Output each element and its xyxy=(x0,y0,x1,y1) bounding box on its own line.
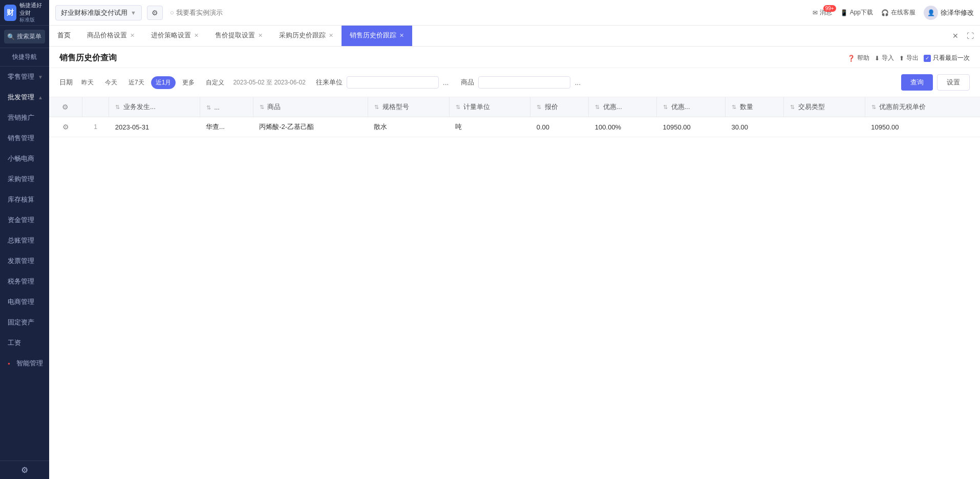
tab-home[interactable]: 首页 xyxy=(49,26,79,46)
sidebar-item-wholesale[interactable]: 批发管理 ▲ xyxy=(0,87,49,107)
sidebar-item-sales-mgmt[interactable]: 销售管理 xyxy=(0,128,49,148)
sidebar-item-smart-mgmt[interactable]: 智能管理 xyxy=(0,353,49,374)
row-unit: 吨 xyxy=(449,117,530,137)
date-options: 昨天 今天 近7天 近1月 更多 自定义 xyxy=(77,76,229,89)
date-yesterday-button[interactable]: 昨天 xyxy=(77,76,98,89)
sidebar-item-inventory[interactable]: 库存核算 xyxy=(0,189,49,210)
table-col-trade-type[interactable]: ⇅ 交易类型 xyxy=(784,97,865,117)
row-gear-cell: ⚙ xyxy=(49,117,82,137)
tab-sale-price-extract[interactable]: 售价提取设置 ✕ xyxy=(207,26,271,46)
date-last1m-button[interactable]: 近1月 xyxy=(151,76,176,89)
table-col-discount-amt[interactable]: ⇅ 优惠... xyxy=(657,97,726,117)
row-gear-button[interactable]: ⚙ xyxy=(62,123,69,131)
sort-icon: ⇅ xyxy=(732,104,736,110)
page-header: 销售历史价查询 ❓ 帮助 ⬇ 导入 ⬆ 导出 ✓ 只 xyxy=(49,47,980,68)
row-extra: 华查... xyxy=(200,117,253,137)
table-col-spec[interactable]: ⇅ 规格型号 xyxy=(368,97,449,117)
headset-icon: 🎧 xyxy=(881,9,889,16)
tab-close-icon[interactable]: ✕ xyxy=(399,32,404,39)
product-dots-button[interactable]: ... xyxy=(572,77,583,88)
row-discount-pct: 100.00% xyxy=(589,117,657,137)
tab-close-icon[interactable]: ✕ xyxy=(130,32,135,39)
dropdown-arrow-icon: ▼ xyxy=(131,10,136,16)
sort-icon: ⇅ xyxy=(115,104,120,110)
sidebar-logo: 财 畅捷通好业财 标准版 xyxy=(0,0,49,26)
topbar-settings-button[interactable]: ⚙ xyxy=(147,6,163,20)
module-select[interactable]: 好业财标准版交付试用 ▼ xyxy=(55,5,142,20)
tab-close-icon[interactable]: ✕ xyxy=(329,32,333,39)
sidebar-item-retail[interactable]: 零售管理 ▼ xyxy=(0,67,49,87)
help-icon: ❓ xyxy=(847,55,855,62)
sidebar-item-ecom-lite[interactable]: 小畅电商 xyxy=(0,148,49,169)
sidebar-item-finance[interactable]: 资金管理 xyxy=(0,210,49,230)
customer-input[interactable] xyxy=(347,76,439,89)
sort-icon: ⇅ xyxy=(871,104,876,110)
sidebar: 财 畅捷通好业财 标准版 🔍 搜索菜单 快捷导航 零售管理 ▼ 批发管理 ▲ 营… xyxy=(0,0,49,479)
tab-product-price[interactable]: 商品价格设置 ✕ xyxy=(79,26,143,46)
table-col-date[interactable]: ⇅ 业务发生... xyxy=(109,97,200,117)
date-custom-button[interactable]: 自定义 xyxy=(201,76,229,89)
sidebar-search-section: 🔍 搜索菜单 xyxy=(0,26,49,48)
tab-close-icon[interactable]: ✕ xyxy=(258,32,263,39)
sidebar-settings-button[interactable]: ⚙ xyxy=(21,465,28,475)
sort-icon: ⇅ xyxy=(260,104,264,110)
help-button[interactable]: ❓ 帮助 xyxy=(847,54,869,62)
sidebar-item-fixed-assets[interactable]: 固定资产 xyxy=(0,312,49,333)
table-col-qty[interactable]: ⇅ 数量 xyxy=(726,97,784,117)
app-download-button[interactable]: 📱 App下载 xyxy=(840,8,873,17)
tab-sale-history[interactable]: 销售历史价跟踪 ✕ xyxy=(342,26,412,46)
import-button[interactable]: ⬇ 导入 xyxy=(875,54,894,62)
row-spec: 散水 xyxy=(368,117,449,137)
sidebar-item-invoice[interactable]: 发票管理 xyxy=(0,251,49,271)
sort-icon: ⇅ xyxy=(790,104,795,110)
sidebar-item-payroll[interactable]: 工资 xyxy=(0,333,49,353)
export-button[interactable]: ⬆ 导出 xyxy=(899,54,919,62)
sidebar-item-purchase[interactable]: 采购管理 xyxy=(0,169,49,189)
date-more-button[interactable]: 更多 xyxy=(178,76,199,89)
chevron-icon: ▼ xyxy=(38,74,43,80)
quick-nav-item[interactable]: 快捷导航 xyxy=(0,50,49,64)
demo-link[interactable]: ○ 我要看实例演示 xyxy=(170,8,223,17)
table-gear-button[interactable]: ⚙ xyxy=(62,103,69,111)
table-col-discount-pct[interactable]: ⇅ 优惠... xyxy=(589,97,657,117)
message-button[interactable]: ✉ 消息 99+ xyxy=(813,8,832,17)
sidebar-item-ecom[interactable]: 电商管理 xyxy=(0,292,49,312)
sort-icon: ⇅ xyxy=(663,104,668,110)
only-last-checkbox[interactable]: ✓ 只看最后一次 xyxy=(924,54,970,62)
close-tab-button[interactable]: ✕ xyxy=(950,30,961,42)
user-menu[interactable]: 👤 徐泽华修改 xyxy=(924,6,974,20)
date-today-button[interactable]: 今天 xyxy=(100,76,122,89)
avatar: 👤 xyxy=(924,6,938,20)
query-button[interactable]: 查询 xyxy=(901,74,933,91)
table-container: ⚙ ⇅ 业务发生... ⇅ ... ⇅ 商品 xyxy=(49,97,980,137)
date-last7-button[interactable]: 近7天 xyxy=(124,76,149,89)
table-col-extra[interactable]: ⇅ ... xyxy=(200,97,253,117)
maximize-tab-button[interactable]: ⛶ xyxy=(965,30,976,42)
customer-dots-button[interactable]: ... xyxy=(441,77,451,88)
table-col-price[interactable]: ⇅ 报价 xyxy=(530,97,589,117)
demo-icon: ○ xyxy=(170,9,174,16)
sidebar-nav: 快捷导航 xyxy=(0,48,49,67)
content-area: 销售历史价查询 ❓ 帮助 ⬇ 导入 ⬆ 导出 ✓ 只 xyxy=(49,47,980,479)
search-menu-button[interactable]: 🔍 搜索菜单 xyxy=(4,30,45,43)
table-col-pretax-price[interactable]: ⇅ 优惠前无税单价 xyxy=(865,97,980,117)
settings-filter-button[interactable]: 设置 xyxy=(937,74,970,91)
sidebar-item-marketing[interactable]: 营销推广 xyxy=(0,107,49,128)
table-col-index xyxy=(82,97,109,117)
sidebar-item-tax[interactable]: 税务管理 xyxy=(0,271,49,292)
checkbox-box: ✓ xyxy=(924,55,931,62)
message-badge: 99+ xyxy=(823,5,836,12)
sidebar-item-ledger[interactable]: 总账管理 xyxy=(0,230,49,251)
tab-purchase-history[interactable]: 采购历史价跟踪 ✕ xyxy=(271,26,342,46)
table-col-product[interactable]: ⇅ 商品 xyxy=(253,97,368,117)
sort-icon: ⇅ xyxy=(206,104,211,111)
tab-purchase-strategy[interactable]: 进价策略设置 ✕ xyxy=(143,26,207,46)
search-icon: 🔍 xyxy=(7,33,15,40)
row-trade-type xyxy=(784,117,865,137)
online-service-button[interactable]: 🎧 在线客服 xyxy=(881,8,915,17)
main-area: 好业财标准版交付试用 ▼ ⚙ ○ 我要看实例演示 ✉ 消息 99+ 📱 App下… xyxy=(49,0,980,479)
table-col-unit[interactable]: ⇅ 计量单位 xyxy=(449,97,530,117)
export-icon: ⬆ xyxy=(899,55,904,62)
tab-close-icon[interactable]: ✕ xyxy=(194,32,199,39)
product-input[interactable] xyxy=(478,76,570,89)
